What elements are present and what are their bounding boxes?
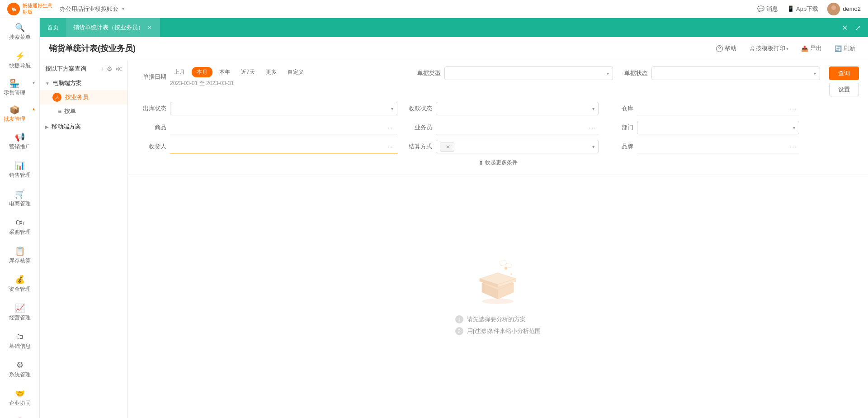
receive-status-arrow: ▾ <box>592 106 594 111</box>
window-maximize-btn[interactable]: ⤢ <box>853 22 863 34</box>
salesperson-dots[interactable]: ··· <box>589 124 597 131</box>
date-btn-last-month[interactable]: 上月 <box>170 66 189 78</box>
settlement-tag-item: ✕ <box>440 142 454 152</box>
retail-arrow: ▼ <box>32 81 36 85</box>
empty-step-2: 2 用[过滤]条件来缩小分析范围 <box>455 327 541 335</box>
page-title: 销货单统计表(按业务员) <box>49 43 136 54</box>
date-buttons: 上月 本月 本年 近7天 更多 自定义 <box>170 66 308 78</box>
window-close-btn[interactable]: ✕ <box>840 22 849 34</box>
date-btn-this-year[interactable]: 本年 <box>215 66 234 78</box>
sidebar-item-sales[interactable]: 📊 销售管理 <box>0 156 39 185</box>
sidebar-item-basic[interactable]: 🗂 基础信息 <box>0 327 39 356</box>
status-select[interactable]: ▾ <box>651 66 820 80</box>
tab-home-label: 首页 <box>47 24 59 32</box>
brand-input[interactable]: ··· <box>637 140 799 153</box>
goods-group: 商品 ··· <box>137 121 397 134</box>
status-select-arrow: ▾ <box>814 71 816 76</box>
settlement-tag: ✕ <box>440 142 454 152</box>
sidebar-item-finance[interactable]: 💰 资金管理 <box>0 270 39 299</box>
print-template-button[interactable]: 🖨 按模板打印 ▾ <box>745 43 792 54</box>
receive-status-select[interactable]: ▾ <box>436 102 598 115</box>
out-status-select[interactable]: ▾ <box>170 102 397 115</box>
sidebar-item-ecommerce[interactable]: 🛒 电商管理 <box>0 185 39 213</box>
step-text-1: 请先选择要分析的方案 <box>467 315 526 323</box>
query-button[interactable]: 查询 <box>829 66 859 80</box>
refresh-button[interactable]: 🔄 刷新 <box>831 43 859 54</box>
collapse-panel-btn[interactable]: ≪ <box>115 65 122 72</box>
step-num-2: 2 <box>455 327 463 335</box>
date-btn-this-month[interactable]: 本月 <box>192 67 212 77</box>
step-num-1: 1 <box>455 315 463 323</box>
mobile-scheme-group-header[interactable]: ▶ 移动端方案 <box>40 120 127 133</box>
help-button[interactable]: ? 帮助 <box>712 43 740 54</box>
status-filter-group: 单据状态 ▾ <box>618 66 820 80</box>
receive-status-label: 收款状态 <box>403 104 432 113</box>
warehouse-input[interactable]: ··· <box>637 102 799 115</box>
date-btn-custom[interactable]: 自定义 <box>283 66 308 78</box>
tab-close-icon[interactable]: ✕ <box>146 24 153 32</box>
pc-scheme-group-header[interactable]: ▼ 电脑端方案 <box>40 76 127 90</box>
dept-label: 部门 <box>604 124 633 132</box>
sidebar-item-collab[interactable]: 🤝 企业协同 <box>0 384 39 413</box>
operations-icon: 📈 <box>15 304 25 312</box>
sidebar-item-inventory[interactable]: 📋 库存核算 <box>0 242 39 270</box>
date-btn-more[interactable]: 更多 <box>262 66 281 78</box>
export-button[interactable]: 📤 导出 <box>797 43 826 54</box>
tab-bar-right: ✕ ⤢ <box>840 22 868 34</box>
ecommerce-icon: 🛒 <box>15 190 25 198</box>
print-icon: 🖨 <box>749 45 755 52</box>
settings-scheme-btn[interactable]: ⚙ <box>107 65 113 72</box>
receiver-dots[interactable]: ··· <box>388 143 396 150</box>
scheme-item-order[interactable]: ≡ 按单 <box>40 104 127 118</box>
date-btn-7days[interactable]: 近7天 <box>237 66 259 78</box>
purchase-icon: 🛍 <box>16 218 24 227</box>
salesperson-input[interactable]: ··· <box>436 121 598 134</box>
inventory-icon: 📋 <box>15 247 25 255</box>
content-area: 首页 销货单统计表（按业务员） ✕ ✕ ⤢ 销货单统计表(按业务员) ? 帮助 <box>40 18 868 418</box>
collapse-button[interactable]: ⬆ 收起更多条件 <box>473 157 523 168</box>
out-status-group: 出库状态 ▾ <box>137 102 397 115</box>
sidebar-item-purchase[interactable]: 🛍 采购管理 <box>0 213 39 242</box>
basic-icon: 🗂 <box>16 332 24 341</box>
add-scheme-btn[interactable]: + <box>100 65 104 72</box>
pc-group-label: 电脑端方案 <box>52 79 82 87</box>
app-download-button[interactable]: 📱 App下载 <box>787 5 818 13</box>
logo[interactable]: 畅 畅捷通好生意 标版 <box>7 3 52 15</box>
warehouse-dots[interactable]: ··· <box>789 105 797 112</box>
salesperson-group: 业务员 ··· <box>403 121 598 134</box>
brand-group: 品牌 ··· <box>604 140 799 153</box>
sidebar-item-guide[interactable]: 🎯 新手引导 <box>0 413 39 418</box>
settlement-tag-close[interactable]: ✕ <box>446 144 450 150</box>
receiver-input[interactable]: ··· <box>170 140 397 153</box>
goods-input[interactable]: ··· <box>170 121 397 134</box>
settings-button[interactable]: 设置 <box>829 83 859 96</box>
tab-sales-report[interactable]: 销货单统计表（按业务员） ✕ <box>66 18 160 37</box>
scheme-item-salesperson[interactable]: 人 按业务员 <box>40 90 127 104</box>
sidebar-item-operations[interactable]: 📈 经营管理 <box>0 299 39 327</box>
svg-text:畅: 畅 <box>12 7 16 12</box>
sidebar-item-marketing[interactable]: 📢 营销推广 <box>0 128 39 156</box>
settlement-select[interactable]: ✕ ▾ <box>436 140 598 153</box>
order-scheme-label: 按单 <box>64 107 76 115</box>
dept-select[interactable]: ▾ <box>637 121 799 134</box>
marketing-icon: 📢 <box>15 133 25 141</box>
brand-dots[interactable]: ··· <box>789 143 797 150</box>
dept-arrow: ▾ <box>793 125 795 130</box>
top-bar-right: 💬 消息 📱 App下载 demo2 <box>757 3 861 15</box>
tab-home[interactable]: 首页 <box>40 18 66 37</box>
sidebar-label-basic: 基础信息 <box>9 342 31 350</box>
date-filter-control: 上月 本月 本年 近7天 更多 自定义 2023-03-01 至 2023-03… <box>170 66 308 87</box>
sidebar-item-retail[interactable]: 🏪 零售管理 ▼ <box>0 75 39 101</box>
sidebar-item-system[interactable]: ⚙ 系统管理 <box>0 356 39 384</box>
message-button[interactable]: 💬 消息 <box>757 5 778 13</box>
sidebar-item-wholesale[interactable]: 📦 批发管理 ▲ <box>0 101 39 128</box>
type-select[interactable]: ▾ <box>444 66 613 80</box>
sidebar-item-quicknav[interactable]: ⚡ 快捷导航 <box>0 47 39 75</box>
user-profile[interactable]: demo2 <box>827 3 861 15</box>
sidebar-item-search[interactable]: 🔍 搜索菜单 <box>0 18 39 47</box>
finance-icon: 💰 <box>15 276 25 284</box>
company-dropdown-icon[interactable]: ▾ <box>122 6 124 11</box>
top-bar: 畅 畅捷通好生意 标版 办公用品行业模拟账套 ▾ 💬 消息 📱 App下载 <box>0 0 868 18</box>
goods-dots[interactable]: ··· <box>388 124 396 131</box>
type-label: 单据类型 <box>411 69 441 77</box>
